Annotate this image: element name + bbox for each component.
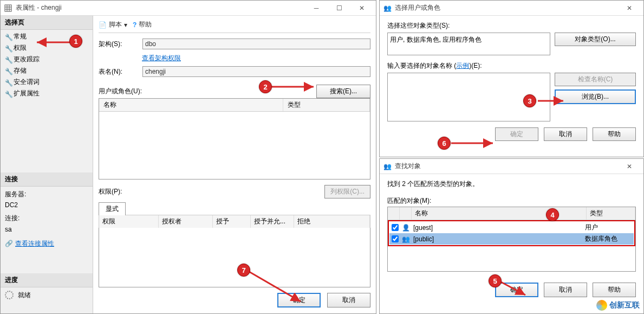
page-general[interactable]: 🔧常规 xyxy=(1,31,93,42)
wrench-icon: 🔧 xyxy=(5,34,11,40)
browse-button[interactable]: 浏览(B)... xyxy=(555,89,636,104)
progress-row: 就绪 xyxy=(1,287,93,303)
conn-label: 连接: xyxy=(5,213,88,223)
permissions-list[interactable] xyxy=(99,228,370,287)
cancel-button[interactable]: 取消 xyxy=(544,283,587,297)
table-row[interactable]: 👤 [guest] 用户 xyxy=(389,222,634,233)
check-names-button: 检查名称(C) xyxy=(555,73,636,86)
window-title: 选择用户或角色 xyxy=(395,3,619,12)
col-grant: 授予 xyxy=(213,215,251,228)
permissions-label: 权限(P): xyxy=(99,187,324,196)
watermark: 创新互联 xyxy=(596,300,640,311)
explicit-tab[interactable]: 显式 xyxy=(99,202,126,215)
titlebar: 👥 选择用户或角色 ✕ xyxy=(380,1,643,16)
object-name-box[interactable] xyxy=(387,73,550,121)
server-label: 服务器: xyxy=(5,189,88,200)
help-button[interactable]: 帮助 xyxy=(593,127,636,141)
object-type-label: 选择这些对象类型(S): xyxy=(387,21,636,30)
col-grantwith: 授予并允... xyxy=(251,215,294,228)
page-security-predicate[interactable]: 🔧安全谓词 xyxy=(1,76,93,88)
wrench-icon: 🔧 xyxy=(5,91,11,97)
conn-value: sa xyxy=(5,224,88,235)
help-button[interactable]: ? 帮助 xyxy=(133,20,152,29)
match-label: 匹配的对象(M): xyxy=(387,196,636,206)
role-icon: 👥 xyxy=(402,235,410,243)
object-types-button[interactable]: 对象类型(O)... xyxy=(555,33,636,46)
user-role-list[interactable]: 名称 类型 xyxy=(99,98,370,180)
connection-info: 服务器: DC2 连接: sa 🔗 查看连接属性 xyxy=(1,187,93,252)
user-role-label: 用户或角色(U): xyxy=(99,87,316,96)
col-grantor: 授权者 xyxy=(159,215,213,228)
browse-objects-dialog: 👥 查找对象 ✕ 找到 2 个匹配所选类型的对象。 匹配的对象(M): 名称 类… xyxy=(379,158,644,314)
user-icon: 👤 xyxy=(402,224,410,232)
cancel-button[interactable]: 取消 xyxy=(544,127,587,141)
page-extended-properties[interactable]: 🔧扩展属性 xyxy=(1,88,93,99)
select-user-role-dialog: 👥 选择用户或角色 ✕ 选择这些对象类型(S): 对象类型(O)... 输入要选… xyxy=(379,0,644,157)
col-name: 名称 xyxy=(99,99,283,111)
close-button[interactable]: ✕ xyxy=(619,2,640,15)
content-toolbar: 📄 脚本 ▾ ? 帮助 xyxy=(99,20,370,33)
help-button[interactable]: 帮助 xyxy=(593,283,636,297)
object-name-label: 输入要选择的对象名称 (示例)(E): xyxy=(387,61,636,71)
page-permissions[interactable]: 🔧权限 xyxy=(1,42,93,54)
page-list: 🔧常规 🔧权限 🔧更改跟踪 🔧存储 🔧安全谓词 🔧扩展属性 xyxy=(1,30,93,100)
table-name-input xyxy=(142,66,370,77)
matching-objects-table[interactable]: 名称 类型 👤 [guest] 用户 👥 [public] 数据库角色 xyxy=(387,207,636,272)
help-icon: ? xyxy=(133,21,136,29)
col-name: 名称 xyxy=(412,207,587,220)
section-connection: 连接 xyxy=(1,172,93,187)
watermark-text: 创新互联 xyxy=(609,300,640,310)
schema-label: 架构(S): xyxy=(99,40,139,49)
close-button[interactable]: ✕ xyxy=(351,2,373,15)
row-type: 用户 xyxy=(585,223,632,232)
spinner-icon xyxy=(5,291,14,299)
row-checkbox[interactable] xyxy=(392,235,399,242)
connection-icon: 🔗 xyxy=(5,238,13,249)
col-type: 类型 xyxy=(587,207,635,220)
page-storage[interactable]: 🔧存储 xyxy=(1,65,93,76)
example-link[interactable]: 示例 xyxy=(456,62,469,69)
progress-status: 就绪 xyxy=(18,290,31,300)
schema-input xyxy=(142,39,370,49)
permissions-header: 权限 授权者 授予 授予并允... 拒绝 xyxy=(99,215,370,228)
wrench-icon: 🔧 xyxy=(5,56,11,63)
col-type: 类型 xyxy=(283,99,370,111)
wrench-icon: 🔧 xyxy=(5,68,11,74)
search-button[interactable]: 搜索(E)... xyxy=(316,85,370,98)
row-name: [public] xyxy=(413,235,582,243)
view-connection-props-link[interactable]: 查看连接属性 xyxy=(15,238,54,249)
view-schema-perms-link[interactable]: 查看架构权限 xyxy=(142,54,181,62)
search-users-icon: 👥 xyxy=(383,162,392,171)
ok-button[interactable]: 确定 xyxy=(495,283,538,297)
titlebar: 表属性 - chengji ─ ☐ ✕ xyxy=(1,1,376,16)
close-button[interactable]: ✕ xyxy=(619,160,640,173)
ok-button: 确定 xyxy=(495,127,538,141)
column-permissions-button: 列权限(C)... xyxy=(324,185,370,198)
wrench-icon: 🔧 xyxy=(5,45,11,52)
section-progress: 进度 xyxy=(1,273,93,287)
row-name: [guest] xyxy=(413,224,582,232)
minimize-button[interactable]: ─ xyxy=(305,2,327,15)
titlebar: 👥 查找对象 ✕ xyxy=(380,159,643,174)
script-icon: 📄 xyxy=(99,21,107,29)
object-type-box xyxy=(387,33,550,55)
window-title: 表属性 - chengji xyxy=(16,3,305,12)
row-checkbox[interactable] xyxy=(392,224,399,231)
content-panel: 📄 脚本 ▾ ? 帮助 架构(S): 查看架构权限 表名(N): 用户或角色(U xyxy=(93,16,376,313)
maximize-button[interactable]: ☐ xyxy=(328,2,350,15)
script-button[interactable]: 📄 脚本 ▾ xyxy=(99,20,127,29)
logo-icon xyxy=(596,300,607,311)
users-icon: 👥 xyxy=(383,4,392,12)
ok-button[interactable]: 确定 xyxy=(277,293,321,307)
col-deny: 拒绝 xyxy=(294,215,370,228)
table-row[interactable]: 👥 [public] 数据库角色 xyxy=(389,233,634,245)
table-name-label: 表名(N): xyxy=(99,67,139,76)
cancel-button[interactable]: 取消 xyxy=(327,293,370,307)
col-perm: 权限 xyxy=(99,215,159,228)
side-panel: 选择页 🔧常规 🔧权限 🔧更改跟踪 🔧存储 🔧安全谓词 🔧扩展属性 连接 服务器… xyxy=(1,16,93,313)
section-select-page: 选择页 xyxy=(1,16,93,30)
table-icon xyxy=(4,4,12,12)
window-title: 查找对象 xyxy=(395,162,619,171)
dropdown-icon: ▾ xyxy=(124,21,127,29)
page-change-tracking[interactable]: 🔧更改跟踪 xyxy=(1,54,93,65)
